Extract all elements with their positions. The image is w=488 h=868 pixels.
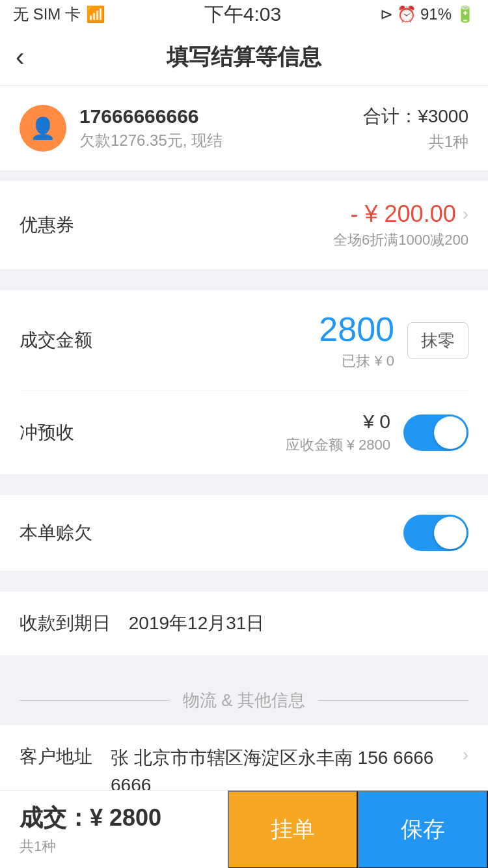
save-button[interactable]: 保存 xyxy=(358,791,488,869)
deal-amount-value: 2800 xyxy=(319,310,394,349)
debt-section: 本单赊欠 xyxy=(0,495,488,571)
coupon-row[interactable]: 优惠券 - ¥ 200.00 › 全场6折满1000减200 xyxy=(0,181,488,269)
deal-value-wrapper: 2800 已抹 ¥ 0 抹零 xyxy=(319,310,468,371)
avatar-icon: 👤 xyxy=(30,116,56,141)
address-chevron-icon: › xyxy=(463,744,468,765)
deal-amount-label: 成交金额 xyxy=(20,328,92,353)
hang-order-button[interactable]: 挂单 xyxy=(228,791,358,869)
sim-label: 无 SIM 卡 xyxy=(13,4,81,25)
customer-info: 17666666666 欠款1276.35元, 现结 xyxy=(79,105,223,151)
toggle-thumb xyxy=(434,416,467,449)
deal-amount-row: 成交金额 2800 已抹 ¥ 0 抹零 xyxy=(20,290,468,391)
customer-right: 合计：¥3000 共1种 xyxy=(363,104,468,152)
battery-icon: 🔋 xyxy=(455,5,475,23)
duedate-section: 收款到期日 2019年12月31日 xyxy=(0,591,488,655)
customer-sub: 欠款1276.35元, 现结 xyxy=(79,130,223,151)
bottom-bar: 成交：¥ 2800 共1种 挂单 保存 xyxy=(0,790,488,868)
prepay-right: ¥ 0 应收金额 ¥ 2800 xyxy=(286,411,468,455)
prepay-label: 冲预收 xyxy=(20,420,74,445)
prepay-sub: 应收金额 ¥ 2800 xyxy=(286,435,390,455)
total-amount: 合计：¥3000 xyxy=(363,104,468,129)
prepay-info: ¥ 0 应收金额 ¥ 2800 xyxy=(286,411,390,455)
coupon-desc: 全场6折满1000减200 xyxy=(333,230,468,250)
coupon-section: 优惠券 - ¥ 200.00 › 全场6折满1000减200 xyxy=(0,181,488,269)
bottom-deal-amount: 成交：¥ 2800 xyxy=(20,802,208,834)
alarm-icon: ⏰ xyxy=(397,5,416,23)
debt-toggle-thumb xyxy=(434,517,467,549)
prepay-toggle[interactable] xyxy=(403,414,468,451)
round-zero-button[interactable]: 抹零 xyxy=(407,322,468,359)
nav-bar: ‹ 填写结算等信息 xyxy=(0,29,488,86)
logistics-divider: 物流 & 其他信息 xyxy=(0,676,488,725)
coupon-amount: - ¥ 200.00 xyxy=(351,200,456,228)
coupon-right: - ¥ 200.00 › 全场6折满1000减200 xyxy=(333,200,468,250)
bottom-deal-value: ¥ 2800 xyxy=(90,804,161,831)
customer-phone: 17666666666 xyxy=(79,105,223,128)
prepay-row: 冲预收 ¥ 0 应收金额 ¥ 2800 xyxy=(20,391,468,474)
bottom-deal-label: 成交： xyxy=(20,804,90,831)
avatar: 👤 xyxy=(20,105,66,152)
prepay-amount: ¥ 0 xyxy=(286,411,390,433)
customer-section: 👤 17666666666 欠款1276.35元, 现结 合计：¥3000 共1… xyxy=(0,86,488,170)
logistics-label: 物流 & 其他信息 xyxy=(183,689,305,712)
deal-amount-info: 2800 已抹 ¥ 0 xyxy=(319,310,394,371)
deal-amount-section: 成交金额 2800 已抹 ¥ 0 抹零 冲预收 ¥ 0 应收金额 ¥ 2800 xyxy=(0,290,488,474)
customer-row: 👤 17666666666 欠款1276.35元, 现结 合计：¥3000 共1… xyxy=(0,86,488,170)
debt-row: 本单赊欠 xyxy=(20,495,468,571)
location-icon: ⊳ xyxy=(380,5,393,23)
address-label: 客户地址 xyxy=(20,744,98,769)
customer-left: 👤 17666666666 欠款1276.35元, 现结 xyxy=(20,105,223,152)
bottom-count: 共1种 xyxy=(20,837,208,856)
deal-amount-sub: 已抹 ¥ 0 xyxy=(319,351,394,371)
duedate-value: 2019年12月31日 xyxy=(129,613,265,633)
duedate-label: 收款到期日 xyxy=(20,613,111,633)
battery-label: 91% xyxy=(420,5,452,23)
coupon-label: 优惠券 xyxy=(20,213,74,237)
total-count: 共1种 xyxy=(363,131,468,152)
debt-label: 本单赊欠 xyxy=(20,521,92,545)
status-left: 无 SIM 卡 📶 xyxy=(13,4,105,25)
status-right: ⊳ ⏰ 91% 🔋 xyxy=(380,5,475,23)
page-title: 填写结算等信息 xyxy=(167,42,321,72)
divider-line-left xyxy=(20,700,170,701)
status-time: 下午4:03 xyxy=(204,1,281,28)
debt-toggle[interactable] xyxy=(403,515,468,551)
status-bar: 无 SIM 卡 📶 下午4:03 ⊳ ⏰ 91% 🔋 xyxy=(0,0,488,29)
bottom-summary: 成交：¥ 2800 共1种 xyxy=(0,802,228,856)
divider-line-right xyxy=(318,700,468,701)
chevron-icon: › xyxy=(463,204,468,224)
back-button[interactable]: ‹ xyxy=(16,42,24,72)
wifi-icon: 📶 xyxy=(86,5,105,23)
